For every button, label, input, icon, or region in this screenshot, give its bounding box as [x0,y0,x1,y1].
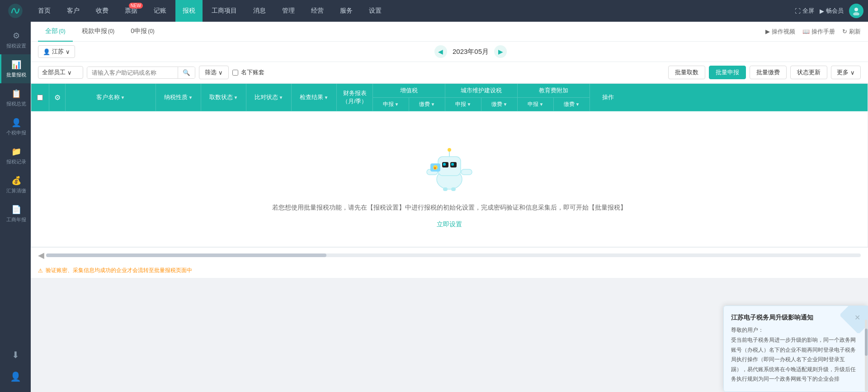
empty-description: 若您想使用批量报税功能，请先在【报税设置】中进行报税的初始化设置，完成密码验证和… [272,202,627,213]
data-table: ⚙ 客户名称 ▼ 纳税性质 ▼ 取数状态 ▼ 比对状态 ▼ [31,83,868,247]
sidebar-item-tax-summary[interactable]: 📋 报税总览 [0,83,31,112]
sidebar-item-personal-tax[interactable]: 👤 个税申报 [0,112,31,141]
tax-nature-sort-icon: ▼ [189,95,193,100]
th-vat-declare: 申报 ▼ [373,98,409,111]
nav-accounting[interactable]: 记账 [146,0,174,22]
sidebar-download[interactable]: ⬇ [0,345,31,365]
account-checkbox[interactable] [232,70,238,76]
scroll-thumb [46,253,326,257]
th-vat-pay: 缴费 ▼ [409,98,445,111]
warning-icon: ⚠ [38,268,43,274]
tab-zero-declare[interactable]: 0申报 (0) [123,22,161,42]
op-manual-link[interactable]: 📖 操作手册 [802,28,835,36]
sidebar-item-batch-tax[interactable]: 📊 批量报税 [0,54,31,83]
city-declare-sort: ▼ [467,102,472,107]
svg-rect-16 [443,187,448,191]
nav-right: ⛶ 全屏 ▶ 畅会员 [795,4,863,18]
select-all-checkbox[interactable] [37,95,43,100]
staff-select[interactable]: 全部员工 ∨ [38,66,83,79]
top-navigation: 首页 客户 收费 票据 NEW 记账 报税 工商项目 消息 管理 经营 服务 设… [0,0,868,22]
nav-business[interactable]: 工商项目 [204,0,244,22]
sidebar-item-tax-records[interactable]: 📁 报税记录 [0,141,31,170]
sub-navigation: 全部 (0) 税款申报 (0) 0申报 (0) ▶ 操作视频 📖 操作手册 ↻ … [31,22,868,42]
notification-body: 尊敬的用户： 受当前电子税务局进一步升级的影响，同一个政务网账号（办税人）名下的… [731,325,860,384]
search-button[interactable]: 🔍 [178,67,195,78]
more-button[interactable]: 更多 ∨ [831,66,861,79]
sidebar-item-clearance[interactable]: 💰 汇算清缴 [0,170,31,199]
svg-rect-12 [461,169,472,175]
compare-sort-icon: ▼ [279,95,283,100]
nav-settings[interactable]: 设置 [362,0,389,22]
nav-services[interactable]: 服务 [333,0,360,22]
sidebar: ⚙ 报税设置 📊 批量报税 📋 报税总览 👤 个税申报 📁 报税记录 💰 汇算清… [0,22,31,392]
tab-all[interactable]: 全部 (0) [38,22,73,42]
vat-declare-sort: ▼ [395,102,399,107]
svg-text:¥: ¥ [434,166,436,170]
province-select[interactable]: 👤 江苏 ∨ [38,45,75,58]
next-month-button[interactable]: ▶ [494,45,507,58]
nav-tax[interactable]: 报税 [175,0,203,22]
name-sort-icon: ▼ [121,95,125,100]
scroll-left-arrow[interactable]: ◀ [38,250,44,260]
th-action: 操作 [590,84,626,111]
sidebar-user[interactable]: 👤 [0,367,31,387]
sidebar-item-annual-report[interactable]: 📄 工商年报 [0,199,31,228]
nav-home[interactable]: 首页 [31,0,58,22]
user-avatar[interactable] [849,4,863,18]
check-sort-icon: ▼ [324,95,329,100]
th-city-pay: 缴费 ▼ [481,98,517,111]
refresh-link[interactable]: ↻ 刷新 [842,28,861,36]
th-gear[interactable]: ⚙ [49,84,66,111]
vat-pay-sort: ▼ [431,102,435,107]
table-header-row1: ⚙ 客户名称 ▼ 纳税性质 ▼ 取数状态 ▼ 比对状态 ▼ [31,84,868,111]
staff-chevron-icon: ∨ [67,69,72,76]
th-edu-fee-group: 教育费附加 申报 ▼ 缴费 ▼ [518,84,590,111]
th-city-declare: 申报 ▼ [445,98,481,111]
nav-operation[interactable]: 经营 [304,0,331,22]
notification-title: 江苏电子税务局升级影响通知 [731,314,813,322]
nav-invoice[interactable]: 票据 NEW [118,0,145,22]
th-customer-name: 客户名称 ▼ [66,84,156,111]
batch-pay-button[interactable]: 批量缴费 [750,66,787,79]
fullscreen-icon: ⛶ [795,8,801,14]
nav-management[interactable]: 管理 [275,0,302,22]
th-fin-report-group: 财务报表（月/季） [337,84,373,111]
member-icon: ▶ [820,8,824,14]
scroll-track[interactable] [46,253,861,257]
sub-nav-right: ▶ 操作视频 📖 操作手册 ↻ 刷新 [765,28,861,36]
filter-button[interactable]: 筛选 ∨ [199,66,229,79]
batch-fetch-button[interactable]: 批量取数 [668,66,705,79]
nav-billing[interactable]: 收费 [89,0,116,22]
nav-customer[interactable]: 客户 [60,0,87,22]
th-edu-declare: 申报 ▼ [518,98,554,111]
th-tax-nature: 纳税性质 ▼ [156,84,201,111]
setup-link[interactable]: 立即设置 [437,220,462,229]
th-vat-group: 增值税 申报 ▼ 缴费 ▼ [373,84,445,111]
status-update-button[interactable]: 状态更新 [790,66,827,79]
video-icon: ▶ [765,28,770,35]
batch-declare-button[interactable]: 批量申报 [709,66,746,79]
manual-icon: 📖 [802,28,810,35]
member-button[interactable]: ▶ 畅会员 [820,7,844,15]
search-input[interactable] [87,67,178,78]
filter-chevron-icon: ∨ [218,69,223,76]
empty-state: ¥ 若您想使用批量报税功能，请先在【报税设置】中进行报税的初始化设置，完成密码验… [31,111,868,247]
province-chevron-icon: ∨ [66,48,70,55]
prev-month-button[interactable]: ◀ [434,45,447,58]
toolbar-right: 批量取数 批量申报 批量缴费 状态更新 更多 ∨ [668,66,861,79]
more-chevron-icon: ∨ [850,69,855,76]
op-video-link[interactable]: ▶ 操作视频 [765,28,795,36]
th-check-result: 检查结果 ▼ [292,84,337,111]
tax-summary-icon: 📋 [11,89,21,99]
account-checkbox-label[interactable]: 名下账套 [232,68,264,76]
province-icon: 👤 [43,48,50,55]
nav-messages[interactable]: 消息 [246,0,273,22]
tab-tax-declare[interactable]: 税款申报 (0) [75,22,122,42]
search-box: 🔍 [87,67,195,79]
toolbar: 全部员工 ∨ 🔍 筛选 ∨ 名下账套 批量取数 批量申报 批量缴费 状态更新 更… [31,62,868,83]
fullscreen-button[interactable]: ⛶ 全屏 [795,7,814,15]
sidebar-bottom: ⬇ 👤 [0,345,31,392]
app-logo[interactable] [5,0,26,22]
sidebar-item-tax-settings[interactable]: ⚙ 报税设置 [0,25,31,54]
th-checkbox[interactable] [31,84,49,111]
